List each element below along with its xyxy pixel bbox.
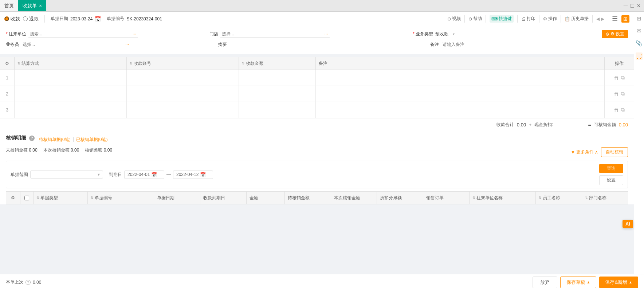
row-3-account[interactable] [127,102,239,118]
row-1-op: 🗑 ⧉ [605,70,634,86]
draft-dropdown-icon[interactable]: ▲ [587,280,590,284]
receipt-radio[interactable]: 收款 [4,16,20,22]
bth-partner-sort-icon: ⇅ [472,196,475,200]
history-action[interactable]: 📋 历史单据 [565,16,589,22]
shortcut-action[interactable]: ⌨ 快捷键 [490,15,514,23]
row-2-delete-icon[interactable]: 🗑 [614,91,619,97]
sidebar-screen-icon[interactable]: ⛶ [636,52,643,60]
grid-view-icon[interactable]: ⊞ [621,15,629,23]
pending-tab[interactable]: 待核销单据(0笔) [39,137,71,143]
row-2-method[interactable] [15,86,127,102]
date-to-icon[interactable]: 📅 [200,172,206,177]
row-1-remark[interactable] [316,70,605,86]
more-conditions-button[interactable]: ▼ 更多条件 ∧ [571,149,598,155]
tab-close-icon[interactable]: × [39,3,42,8]
tab-receipt[interactable]: 收款单 × [18,0,46,11]
sidebar-table-icon[interactable]: ⊞ [637,15,641,22]
partner-label: 往来单位 [6,31,26,37]
th-settings[interactable]: ⚙ [0,57,15,70]
sidebar-mail-icon[interactable]: ✉ [637,28,641,34]
discount-input[interactable] [556,121,585,128]
th-account-sort-icon: ⇅ [130,62,133,65]
bill-date-field: 单据日期 2023-03-24 📅 [51,16,101,22]
equals-sign: = [588,122,591,128]
row-3-method[interactable] [15,102,127,118]
section-title: 核销明细 ? [6,135,35,141]
settings-button[interactable]: ⚙ ⚙ 设置 [602,30,628,38]
auto-verify-button[interactable]: 自动核销 [601,147,628,157]
th-method: ⇅ 结算方式 [15,57,127,70]
th-amount-sort-icon: ⇅ [242,62,245,65]
partner-input-wrap[interactable]: ··· [28,31,138,38]
sidebar-clip-icon[interactable]: 📎 [636,40,643,47]
bth-settings[interactable]: ⚙ [6,192,20,204]
filter-settings-button[interactable]: 设置 [599,175,623,185]
row-1-method[interactable] [15,70,127,86]
window-close-icon[interactable]: × [637,3,640,9]
window-minimize-icon[interactable]: ─ [624,3,628,9]
row-3-amount[interactable] [239,102,316,118]
summary-input[interactable] [231,42,373,47]
partner-input[interactable] [30,31,131,36]
tab-home[interactable]: 首页 [0,0,18,11]
chevron-up-icon: ∧ [595,150,598,155]
print-action[interactable]: 🖨 打印 [521,16,535,22]
th-method-sort-icon: ⇅ [17,62,20,65]
tab-bar: 首页 收款单 × ─ □ × [0,0,644,12]
row-3-remark[interactable] [316,102,605,118]
section-header: 核销明细 ? 待核销单据(0笔) | 已核销单据(0笔) [6,135,628,144]
date-to-input[interactable]: 2022-04-12 📅 [173,171,213,179]
bill-date-calendar-icon[interactable]: 📅 [95,16,101,22]
done-tab[interactable]: 已核销单据(0笔) [76,137,108,143]
video-action[interactable]: ⊙ 视频 [447,16,461,22]
shop-select[interactable]: ··· [220,31,330,38]
abandon-button[interactable]: 放弃 [533,277,557,288]
row-2-copy-icon[interactable]: ⧉ [621,91,625,97]
save-dropdown-icon[interactable]: ▲ [629,280,632,284]
window-maximize-icon[interactable]: □ [631,3,634,9]
shop-input[interactable] [222,31,323,36]
next-arrow-icon[interactable]: ▶ [601,16,604,21]
row-1-amount[interactable] [239,70,316,86]
refund-radio[interactable]: 退款 [23,16,39,22]
row-1-delete-icon[interactable]: 🗑 [614,75,619,81]
staff-select[interactable]: ··· [21,41,130,48]
date-from-icon[interactable]: 📅 [151,172,157,177]
current-info-icon[interactable]: ? [25,280,31,285]
query-button[interactable]: 查询 [599,164,623,173]
save-new-button[interactable]: 保存&新增 ▲ [599,277,638,288]
date-from-input[interactable]: 2022-04-01 📅 [124,171,164,179]
section-info-icon[interactable]: ? [29,136,35,141]
operation-icon: ⚙ [543,16,547,21]
bth-checkbox[interactable] [20,192,34,204]
prev-arrow-icon[interactable]: ◀ [596,16,600,21]
partner-more-icon[interactable]: ··· [133,31,136,36]
list-view-icon[interactable]: ☰ [612,15,618,23]
main-content: 收款 退款 单据日期 2023-03-24 📅 单据编号 SK-20230324… [0,12,634,274]
staff-more-icon[interactable]: ··· [125,42,129,47]
footer-bar-info: 本单上次 ? 0.00 [6,279,41,285]
summary-input-wrap[interactable] [229,41,375,48]
select-all-checkbox[interactable] [24,196,29,200]
row-1-copy-icon[interactable]: ⧉ [621,75,625,81]
ai-badge[interactable]: Ai [623,220,633,228]
th-account: ⇅ 收款账号 [127,57,239,70]
staff-input[interactable] [23,42,124,47]
shop-label: 门店 [209,31,218,37]
bill-num-label: 单据编号 [107,16,124,22]
bill-num-field: 单据编号 SK-20230324-001 [107,16,162,22]
remark-input-wrap[interactable] [441,41,550,48]
operation-action[interactable]: ⚙ 操作 [543,16,557,22]
row-3-copy-icon[interactable]: ⧉ [621,107,625,113]
row-3-delete-icon[interactable]: 🗑 [614,107,619,113]
remark-input[interactable] [443,42,549,47]
shop-more-icon[interactable]: ··· [325,31,328,36]
help-action[interactable]: ⊙ 帮助 [468,16,482,22]
row-2-remark[interactable] [316,86,605,102]
row-1-account[interactable] [127,70,239,86]
scope-select[interactable]: ▾ [30,171,103,179]
save-draft-button[interactable]: 保存草稿 ▲ [560,277,597,288]
row-2-amount[interactable] [239,86,316,102]
row-2-account[interactable] [127,86,239,102]
biz-type-chevron-icon[interactable]: ▾ [453,32,455,36]
